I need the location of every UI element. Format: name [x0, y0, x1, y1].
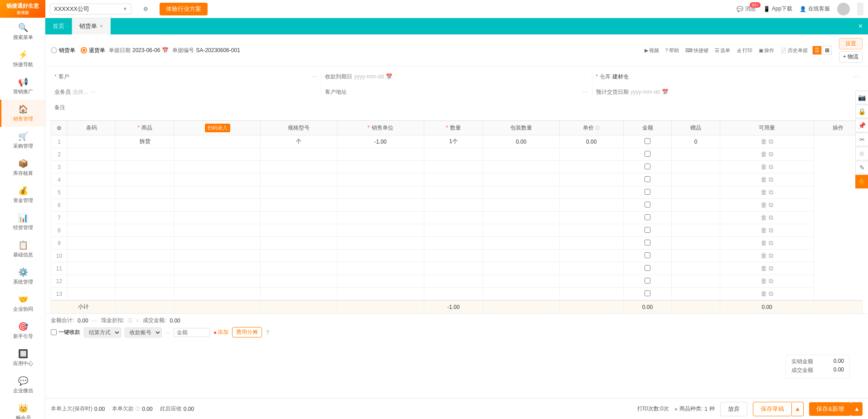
row-product-2[interactable]: [116, 161, 175, 173]
delivery-calendar-icon[interactable]: 📅: [662, 89, 669, 95]
row-gift-11[interactable]: [623, 275, 671, 288]
float-edit-btn[interactable]: ✎: [855, 161, 868, 174]
row-barcode-9[interactable]: [68, 250, 116, 262]
row-unit-12[interactable]: [260, 288, 337, 301]
copy-icon-12[interactable]: ⧉: [769, 290, 773, 298]
copy-icon-10[interactable]: ⧉: [769, 265, 773, 272]
row-spec-3[interactable]: [175, 173, 261, 186]
row-price-12[interactable]: [483, 288, 559, 301]
customer-expand-icon[interactable]: ···: [311, 72, 317, 81]
action-print-btn[interactable]: 🖨 打印: [735, 46, 754, 55]
row-pkgqty-3[interactable]: [424, 173, 483, 186]
row-barcode-12[interactable]: [68, 288, 116, 301]
row-product-9[interactable]: [116, 250, 175, 262]
row-gift-7[interactable]: [623, 224, 671, 237]
row-amount-11[interactable]: [559, 275, 623, 288]
row-gift-9[interactable]: [623, 250, 671, 262]
sidebar-item-marketing[interactable]: 📢 营销推广: [0, 72, 45, 100]
copy-icon-3[interactable]: ⧉: [769, 176, 773, 183]
warehouse-input[interactable]: 建材仓: [612, 73, 851, 81]
sidebar-item-wechat[interactable]: 💬 企业微信: [0, 371, 45, 399]
sidebar-item-app-center[interactable]: 🔲 应用中心: [0, 344, 45, 371]
row-qty-0[interactable]: -1.00: [337, 135, 424, 148]
row-pkgqty-11[interactable]: [424, 275, 483, 288]
delete-icon-10[interactable]: 🗑: [761, 265, 767, 272]
row-unit-8[interactable]: [260, 237, 337, 250]
row-gift-6[interactable]: [623, 212, 671, 224]
row-spec-12[interactable]: [175, 288, 261, 301]
row-qty-12[interactable]: [337, 288, 424, 301]
th-settings[interactable]: ⚙: [51, 121, 68, 135]
row-pkgqty-5[interactable]: [424, 199, 483, 212]
radio-return-label[interactable]: 退货单: [81, 47, 105, 54]
note-input[interactable]: [67, 104, 859, 111]
action-select-btn[interactable]: ☰ 选单: [713, 46, 732, 55]
row-gift-10[interactable]: [623, 262, 671, 275]
sidebar-item-operations[interactable]: 📊 经营管理: [0, 208, 45, 236]
calendar-icon[interactable]: 📅: [162, 47, 169, 53]
row-product-11[interactable]: [116, 275, 175, 288]
receipt-calendar-icon[interactable]: 📅: [386, 73, 393, 80]
row-spec-8[interactable]: [175, 237, 261, 250]
row-gift-8[interactable]: [623, 237, 671, 250]
tab-close-icon[interactable]: ×: [100, 23, 103, 29]
row-spec-0[interactable]: [175, 135, 261, 148]
row-spec-9[interactable]: [175, 250, 261, 262]
delete-icon-5[interactable]: 🗑: [761, 201, 767, 209]
row-gift-1[interactable]: [623, 148, 671, 161]
row-amount-12[interactable]: [559, 288, 623, 301]
salesperson-expand-icon[interactable]: ···: [90, 88, 96, 96]
row-product-1[interactable]: [116, 148, 175, 161]
row-unit-4[interactable]: [260, 186, 337, 199]
row-spec-2[interactable]: [175, 161, 261, 173]
row-gift-3[interactable]: [623, 173, 671, 186]
copy-icon-1[interactable]: ⧉: [769, 150, 773, 158]
row-product-7[interactable]: [116, 224, 175, 237]
sidebar-item-collab[interactable]: 🤝 企业协同: [0, 290, 45, 317]
row-amount-1[interactable]: [559, 148, 623, 161]
row-barcode-3[interactable]: [68, 173, 116, 186]
row-product-12[interactable]: [116, 288, 175, 301]
float-scissors-btn[interactable]: ✂: [855, 133, 868, 146]
row-price-1[interactable]: [483, 148, 559, 161]
save-new-expand-btn[interactable]: ▲: [851, 402, 863, 416]
action-help-btn[interactable]: ? 帮助: [664, 46, 681, 55]
copy-icon-0[interactable]: ⧉: [769, 138, 773, 145]
sidebar-item-quick-nav[interactable]: ⚡ 快捷导航: [0, 45, 45, 72]
row-gift-4[interactable]: [623, 186, 671, 199]
delete-icon-11[interactable]: 🗑: [761, 277, 767, 285]
row-unit-11[interactable]: [260, 275, 337, 288]
online-service-item[interactable]: 👤 在线客服: [800, 5, 830, 13]
row-unit-0[interactable]: 个: [260, 135, 337, 148]
sidebar-item-finance[interactable]: 💰 资金管理: [0, 181, 45, 208]
add-payment-btn[interactable]: ● 添加: [213, 328, 228, 336]
copy-icon-7[interactable]: ⧉: [769, 226, 773, 234]
row-product-10[interactable]: [116, 262, 175, 275]
save-draft-btn[interactable]: 保存草稿: [753, 402, 792, 416]
settlement-method-select[interactable]: 结算方式: [84, 327, 121, 337]
row-qty-5[interactable]: [337, 199, 424, 212]
row-pkgqty-6[interactable]: [424, 212, 483, 224]
bill-settings-btn[interactable]: 设置: [839, 38, 863, 49]
row-gift-5[interactable]: [623, 199, 671, 212]
row-amount-4[interactable]: [559, 186, 623, 199]
sidebar-item-inventory[interactable]: 📦 库存核算: [0, 154, 45, 181]
save-new-btn[interactable]: 保存&新增: [809, 402, 851, 416]
row-qty-7[interactable]: [337, 224, 424, 237]
salesperson-input[interactable]: 选择...: [73, 88, 88, 96]
row-spec-11[interactable]: [175, 275, 261, 288]
row-spec-4[interactable]: [175, 186, 261, 199]
row-barcode-6[interactable]: [68, 212, 116, 224]
delete-icon-2[interactable]: 🗑: [761, 163, 767, 171]
row-qty-10[interactable]: [337, 262, 424, 275]
sidebar-item-search[interactable]: 🔍 搜索菜单: [0, 18, 45, 45]
one-click-payment-checkbox[interactable]: 一键收款: [51, 328, 80, 336]
row-price-9[interactable]: [483, 250, 559, 262]
row-unit-1[interactable]: [260, 148, 337, 161]
row-qty-8[interactable]: [337, 237, 424, 250]
trial-button[interactable]: 体验行业方案: [160, 3, 208, 15]
copy-icon-2[interactable]: ⧉: [769, 163, 773, 171]
row-gift-2[interactable]: [623, 161, 671, 173]
delete-icon-4[interactable]: 🗑: [761, 188, 767, 196]
float-star-btn[interactable]: ☆: [855, 147, 868, 160]
